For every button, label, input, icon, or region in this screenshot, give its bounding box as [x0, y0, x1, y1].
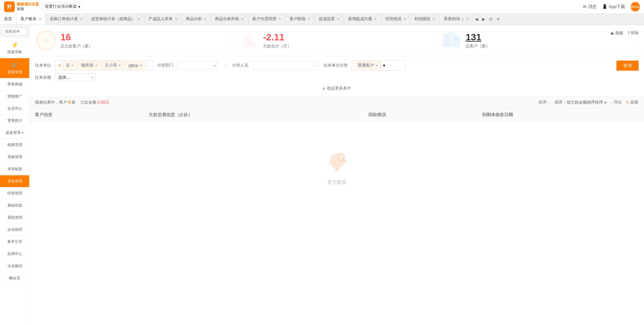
- logo-icon: 好: [4, 1, 15, 12]
- stat-debt-label: 欠款合计（万）: [263, 43, 291, 49]
- tab-product-list[interactable]: 商品分析列表 ✕: [211, 13, 248, 25]
- tab-close-icon[interactable]: ✕: [466, 17, 469, 21]
- tag-close-chen[interactable]: ✕: [95, 64, 97, 67]
- sidebar-item-system[interactable]: 系统管理: [0, 212, 29, 224]
- person-input[interactable]: [252, 62, 319, 70]
- sidebar-item-purchase[interactable]: 采购管理: [0, 151, 29, 163]
- sidebar-item-operations[interactable]: 经营管理: [0, 187, 29, 200]
- stat-debt-value: -2.11: [263, 32, 291, 43]
- tag-close-wang[interactable]: ✕: [118, 64, 121, 67]
- unit-class-select[interactable]: 普通客户 ✕ ▾: [352, 60, 405, 71]
- message-icon: ✉: [583, 4, 587, 9]
- tab-close-icon[interactable]: ✕: [403, 17, 406, 21]
- results-info: 搜索结果中，客户 0 家 欠款金额 0.00元: [35, 100, 109, 105]
- collapse-btn[interactable]: ∧ 收起更多条件: [320, 84, 354, 93]
- table-container: 客户信息 欠款交易信息（占比） 回款情况 到期未收款日期: [30, 108, 644, 325]
- unit-x-icon[interactable]: ✕: [58, 63, 61, 68]
- tab-close-icon[interactable]: ✕: [374, 17, 377, 21]
- sidebar-item-wechat[interactable]: 企业微信: [0, 260, 29, 272]
- tab-tip-settings[interactable]: 提成设置 ✕: [315, 13, 344, 25]
- tab-close-icon[interactable]: ✕: [278, 17, 281, 21]
- tab-inbound-stats[interactable]: 进货单统计表（按商品） ✕: [87, 13, 144, 25]
- filter-tag-wu[interactable]: 伍✕: [63, 62, 77, 69]
- sidebar-item-retail-mall[interactable]: 零售商城: [0, 78, 29, 91]
- sidebar-item-member-center[interactable]: 会员中心: [0, 103, 29, 115]
- person-dots[interactable]: ···: [312, 62, 318, 69]
- sidebar-item-retail-stats[interactable]: 零售统计: [0, 115, 29, 127]
- dept-dots[interactable]: ···: [222, 62, 228, 69]
- unit-label: 往来单位: [35, 63, 51, 68]
- video-btn[interactable]: ▶ 视频: [611, 30, 623, 36]
- tab-close-icon[interactable]: ✕: [308, 17, 310, 21]
- search-menu-input[interactable]: [3, 28, 27, 35]
- tab-close-icon[interactable]: ✕: [337, 17, 340, 21]
- collapse-row: ∧ 收起更多条件: [35, 84, 639, 93]
- filter-tag-cjttcw[interactable]: cjttcw✕: [125, 62, 145, 69]
- tab-home[interactable]: 首页: [0, 13, 16, 25]
- tab-customer-tier[interactable]: 客户分层经营 ✕: [248, 13, 286, 25]
- person-label: 分管人员: [232, 63, 248, 68]
- sidebar-item-retail-mgmt[interactable]: 🛒 零售管理: [0, 58, 29, 78]
- sidebar-item-basic-info[interactable]: 基础信息: [0, 200, 29, 212]
- stat-debt-total: ✦ -2.11 欠款合计（万）: [232, 30, 435, 50]
- empty-text: 暂无数据: [328, 179, 346, 185]
- tab-customer-contact[interactable]: 客户联络 ✕: [286, 13, 315, 25]
- tab-product-analysis[interactable]: 商品分析 ✕: [182, 13, 211, 25]
- export-btn[interactable]: ↑ 导出: [610, 100, 622, 105]
- tag-close-wu[interactable]: ✕: [71, 64, 74, 67]
- sort-select[interactable]: 排序：按欠款金额倒序排序 ▾: [555, 100, 606, 105]
- stat-all-content: 131 总客户（家）: [466, 32, 490, 49]
- tag-close-normal[interactable]: ✕: [375, 64, 378, 67]
- tab-next-btn[interactable]: ▶: [480, 17, 487, 22]
- tab-close-icon[interactable]: ✕: [80, 17, 83, 21]
- tab-add-tip[interactable]: 新增提成方案 ✕: [344, 13, 381, 25]
- tab-close-icon[interactable]: ✕: [433, 17, 435, 21]
- sidebar-item-inventory[interactable]: 库存核算: [0, 163, 29, 175]
- more-tags-btn[interactable]: ···: [147, 63, 150, 68]
- sidebar-item-ecommerce[interactable]: 电商管理: [0, 139, 29, 151]
- tab-close-icon[interactable]: ✕: [241, 17, 244, 21]
- query-btn[interactable]: 查询: [616, 61, 639, 71]
- remaining-select[interactable]: 选择...: [55, 73, 95, 81]
- sidebar-item-guide[interactable]: 新手引导: [0, 236, 29, 248]
- filter-tag-wang[interactable]: 王小亮✕: [102, 62, 124, 69]
- unit-select[interactable]: ✕ 伍✕ 陈民强✕ 王小亮✕ cjttcw✕ ···: [55, 60, 153, 71]
- messages-btn[interactable]: ✉ 消息: [583, 4, 597, 10]
- sidebar-item-marketing[interactable]: 营销推广: [0, 91, 29, 103]
- help-btn[interactable]: ? 帮助: [627, 30, 639, 36]
- sidebar-item-finance[interactable]: 资金管理: [0, 175, 29, 187]
- dept-select[interactable]: [177, 62, 218, 70]
- svg-rect-5: [448, 32, 455, 47]
- header-left: 好 畅捷通好生意 标版 母婴行业演示帐套 ▾: [4, 1, 83, 12]
- sidebar-item-quick-nav[interactable]: ⚡ 快捷导航: [0, 38, 29, 58]
- dept-select-wrap: [177, 62, 218, 70]
- tab-business-status[interactable]: 经营情况 ✕: [381, 13, 411, 25]
- filter-tag-normal-customer[interactable]: 普通客户 ✕: [355, 62, 381, 69]
- tab-prev-btn[interactable]: ◀: [473, 17, 480, 22]
- sidebar-item-search[interactable]: [0, 25, 29, 38]
- tag-close-cjttcw[interactable]: ✕: [140, 64, 142, 67]
- filter-tag-chen[interactable]: 陈民强✕: [78, 62, 100, 69]
- tab-close-icon[interactable]: ✕: [175, 17, 177, 21]
- sidebar-item-wholesale[interactable]: 批发管理 ▾: [0, 127, 29, 139]
- tab-customer-account[interactable]: 客户账本 ✕: [16, 13, 46, 25]
- tab-close-all-btn[interactable]: ✕: [495, 17, 502, 22]
- company-selector[interactable]: 母婴行业演示帐套 ▾: [42, 2, 83, 11]
- dept-label: 分管部门: [157, 63, 173, 68]
- sidebar-item-app-center[interactable]: 应用中心: [0, 248, 29, 260]
- filter-row-2: 往来余额 选择...: [35, 73, 639, 81]
- tab-retail-profit[interactable]: 零售利润（ ✕: [440, 13, 473, 25]
- avatar[interactable]: demo2: [631, 2, 640, 11]
- app-download-btn[interactable]: 📱 App下载: [602, 4, 625, 10]
- sidebar-item-member-plus[interactable]: 畅会员: [0, 272, 29, 284]
- tab-restore-btn[interactable]: ⊡: [487, 17, 495, 22]
- tab-cost-inbound[interactable]: 产成品入库单 ✕: [144, 13, 182, 25]
- tab-close-icon[interactable]: ✕: [204, 17, 207, 21]
- tab-purchase-order[interactable]: 采购订单统计表 ✕: [46, 13, 87, 25]
- refresh-btn[interactable]: ↻ 刷新: [626, 100, 639, 105]
- tab-close-icon[interactable]: ✕: [39, 17, 41, 21]
- sidebar-item-enterprise[interactable]: 企业协同: [0, 224, 29, 236]
- tab-profit-report[interactable]: 利润报告 ✕: [411, 13, 440, 25]
- retail-mgmt-icon: 🛒: [3, 62, 27, 69]
- tab-close-icon[interactable]: ✕: [137, 17, 140, 21]
